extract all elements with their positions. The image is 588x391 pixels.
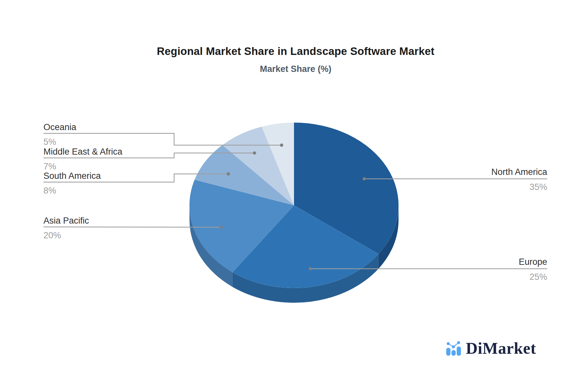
bar-line-chart-icon	[444, 340, 463, 356]
slice-label-asia-pacific: Asia Pacific	[43, 216, 89, 226]
anchor-dot-oceania	[280, 144, 283, 147]
slice-value-south-america: 8%	[43, 186, 56, 196]
anchor-dot-north-america	[363, 177, 366, 180]
slice-value-asia-pacific: 20%	[43, 230, 61, 240]
leader-line-asia-pacific	[43, 227, 221, 227]
anchor-dot-asia-pacific	[219, 226, 222, 229]
pie-chart-page: Regional Market Share in Landscape Softw…	[0, 0, 588, 391]
slice-label-north-america: North America	[491, 167, 547, 177]
slice-value-europe: 25%	[530, 272, 547, 282]
brand-logo-text: DiMarket	[466, 340, 536, 356]
slice-label-europe: Europe	[519, 257, 547, 267]
anchor-dot-europe	[309, 267, 312, 270]
anchor-dot-middle-east-africa	[253, 151, 256, 155]
slice-value-middle-east-africa: 7%	[43, 162, 56, 171]
pie-chart: North America35%Europe25%Asia Pacific20%…	[0, 0, 588, 391]
anchor-dot-south-america	[227, 172, 230, 176]
slice-label-middle-east-africa: Middle East & Africa	[43, 147, 123, 157]
slice-label-oceania: Oceania	[43, 122, 77, 132]
slice-label-south-america: South America	[43, 171, 101, 181]
brand-logo: DiMarket	[444, 340, 536, 356]
slice-value-oceania: 5%	[43, 137, 56, 147]
slice-value-north-america: 35%	[530, 182, 547, 192]
